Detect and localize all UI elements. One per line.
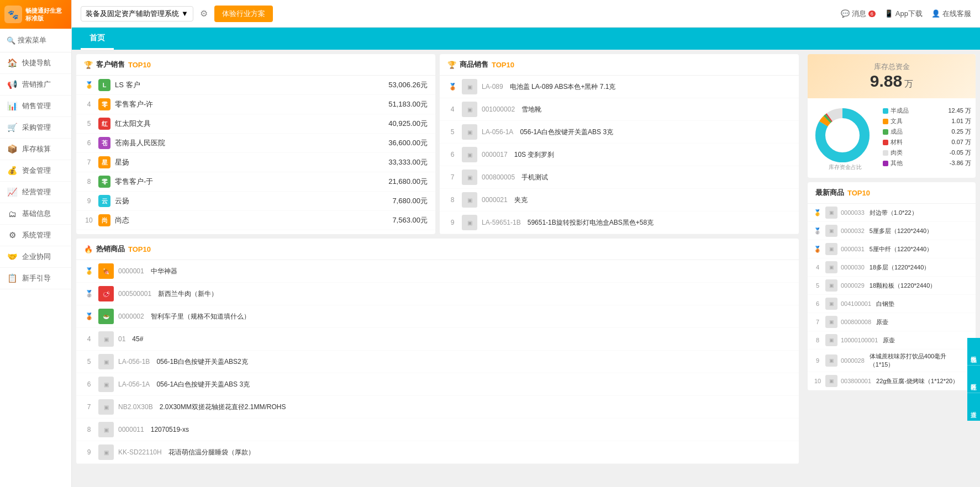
logo-icon: 🐾 — [4, 6, 22, 23]
hot-products-title: 热销商品 — [96, 244, 125, 254]
product-image: ▣ — [98, 399, 114, 415]
management-icon: 📈 — [7, 187, 18, 197]
product-image: ▣ — [462, 102, 477, 117]
sidebar-item-label: 系统管理 — [22, 230, 51, 240]
customer-rank-top10: TOP10 — [128, 61, 151, 69]
messages-label: 消息 — [852, 9, 866, 19]
list-item: 8 ▣ 10000100001 原壶 — [808, 331, 976, 350]
sidebar-item-basic-info[interactable]: 🗂 基础信息 — [0, 203, 71, 225]
sidebar-item-marketing[interactable]: 📢 营销推广 — [0, 74, 71, 96]
list-item: 🥈 🥩 000500001 新西兰牛肉（新牛） — [76, 283, 799, 305]
newest-top10: TOP10 — [847, 189, 870, 197]
list-item: 4 ▣ 01 45# — [76, 328, 799, 351]
donut-chart: 库存资金占比 — [812, 105, 878, 171]
table-row: 🥇 L LS 客户 53,006.26元 — [76, 76, 435, 95]
hot-products-top10: TOP10 — [128, 245, 151, 253]
list-item: 10 ▣ 003800001 22g鱼豆腐-烧烤味（1*12*20） — [808, 372, 976, 390]
medal-silver-icon: 🥈 — [813, 227, 822, 235]
system-title-dropdown[interactable]: 装备及固定资产辅助管理系统 ▼ — [81, 6, 193, 22]
inventory-total-unit: 万 — [904, 78, 913, 90]
sidebar-item-purchase[interactable]: 🛒 采购管理 — [0, 117, 71, 139]
search-menu-button[interactable]: 🔍 搜索菜单 — [4, 33, 67, 47]
table-row: 4 ▣ 001000002 雪地靴 — [440, 98, 799, 121]
product-image: 🍖 — [98, 263, 114, 279]
sidebar-item-sales[interactable]: 📊 销售管理 — [0, 96, 71, 117]
system-icon: ⚙ — [7, 230, 18, 240]
fire-icon: 🔥 — [84, 245, 93, 253]
sidebar-item-management[interactable]: 📈 经营管理 — [0, 182, 71, 203]
list-item: 5 ▣ LA-056-1B 056-1B白色按键开关盖ABS2克 — [76, 351, 799, 373]
customer-hotline-button[interactable]: 客服热线 — [967, 338, 980, 366]
messages-button[interactable]: 💬 消息 6 — [841, 9, 876, 19]
list-item: 6 ▣ 004100001 白钢垫 — [808, 295, 976, 313]
customer-badge: 红 — [98, 118, 110, 130]
sidebar-item-label: 企业协同 — [22, 252, 51, 262]
sidebar-item-label: 基础信息 — [22, 209, 51, 219]
dropdown-arrow-icon: ▼ — [181, 9, 188, 18]
cooperation-icon: 🤝 — [7, 252, 18, 262]
legend-item: 材料 0.07 万 — [883, 138, 971, 146]
online-service-label: 在线客服 — [942, 9, 971, 19]
sidebar-item-label: 库存核算 — [22, 144, 51, 154]
sidebar-item-label: 营销推广 — [22, 80, 51, 89]
customer-badge: 星 — [98, 156, 110, 168]
table-row: 9 ▣ LA-59651-1B 59651-1B旋转投影灯电池盒ABS黑色+58… — [440, 211, 799, 234]
list-item: 6 ▣ LA-056-1A 056-1A白色按键开关盖ABS 3克 — [76, 373, 799, 396]
customer-badge: 云 — [98, 195, 110, 207]
legend-item: 半成品 12.45 万 — [883, 107, 971, 115]
sidebar-item-inventory[interactable]: 📦 库存核算 — [0, 139, 71, 160]
nav-home[interactable]: 首页 — [81, 28, 114, 50]
product-rank-panel: 🏆 商品销售 TOP10 🥉 ▣ LA-089 电池盖 LA-089 ABS本色… — [440, 54, 799, 234]
online-service-button[interactable]: 👤 在线客服 — [931, 9, 971, 19]
list-item: 9 ▣ KK-SD22110H 花语萌信温分腿睡袋（厚款） — [76, 441, 799, 464]
medal-bronze-icon: 🥉 — [84, 313, 94, 320]
medal-silver-icon: 🥈 — [84, 290, 94, 298]
sidebar-search-section: 🔍 搜索菜单 — [0, 29, 71, 52]
product-image: ▣ — [98, 331, 114, 347]
sidebar-item-cooperation[interactable]: 🤝 企业协同 — [0, 246, 71, 268]
table-row: 10 尚 尚态 7,563.00元 — [76, 211, 435, 230]
list-item: 4 ▣ 0000030 18多层（1220*2440） — [808, 258, 976, 277]
legend-color-dot — [883, 108, 888, 114]
customer-badge: 零 — [98, 176, 110, 188]
sidebar-item-quicknav[interactable]: 🏠 快捷导航 — [0, 52, 71, 74]
donut-section: 库存资金占比 半成品 12.45 万 文具 1.01 万 — [808, 98, 976, 178]
app-download-button[interactable]: 📱 App下载 — [884, 9, 923, 19]
product-image: ▣ — [825, 298, 837, 310]
top-nav: 首页 — [72, 28, 980, 50]
product-image: ▣ — [825, 225, 837, 237]
purchase-icon: 🛒 — [7, 123, 18, 133]
live-broadcast-button[interactable]: 直播 — [967, 393, 980, 421]
customer-rank-table: 🥇 L LS 客户 53,006.26元 4 零 零售客户-许 51,183.0… — [76, 76, 435, 230]
sidebar-item-system[interactable]: ⚙ 系统管理 — [0, 225, 71, 246]
sidebar-item-label: 资金管理 — [22, 166, 51, 176]
product-rank-header: 🏆 商品销售 TOP10 — [440, 54, 799, 76]
list-item: 7 ▣ NB2.0X30B 2.0X30MM双搓花轴搓花直径2.1MM/ROHS — [76, 396, 799, 419]
trial-button[interactable]: 体验行业方案 — [214, 6, 273, 22]
product-image: 🥗 — [98, 309, 114, 324]
header-right-section: 💬 消息 6 📱 App下载 👤 在线客服 — [841, 9, 971, 19]
legend-color-dot — [883, 129, 888, 135]
customer-rank-title: 客户销售 — [96, 60, 125, 70]
newest-products-header: 最新商品 TOP10 — [808, 182, 976, 204]
product-image: 🥩 — [98, 286, 114, 301]
product-image: ▣ — [825, 207, 837, 219]
legend-list: 半成品 12.45 万 文具 1.01 万 成品 0.25 万 — [883, 107, 971, 170]
float-service-panel: 客服热线 服务社区 直播 — [967, 338, 980, 421]
donut-label: 库存资金占比 — [829, 163, 862, 171]
table-row: 🥉 ▣ LA-089 电池盖 LA-089 ABS本色+黑种 7.1克 — [440, 76, 799, 98]
product-image: ▣ — [98, 444, 114, 460]
sidebar-item-finance[interactable]: 💰 资金管理 — [0, 160, 71, 182]
finance-icon: 💰 — [7, 166, 18, 176]
product-image: ▣ — [462, 170, 477, 185]
service-community-button[interactable]: 服务社区 — [967, 366, 980, 393]
legend-item: 成品 0.25 万 — [883, 128, 971, 136]
rank-panels-section: 🏆 客户销售 TOP10 🥇 L LS 客户 53,006.26元 4 — [76, 54, 799, 234]
product-image: ▣ — [462, 192, 477, 208]
table-row: 5 ▣ LA-056-1A 056-1A白色按键开关盖ABS 3克 — [440, 121, 799, 144]
settings-gear-icon[interactable]: ⚙ — [200, 8, 208, 19]
service-icon: 👤 — [931, 9, 940, 18]
system-title-text: 装备及固定资产辅助管理系统 — [86, 9, 179, 19]
legend-color-dot — [883, 161, 888, 166]
sidebar-item-guide[interactable]: 📋 新手引导 — [0, 268, 71, 289]
